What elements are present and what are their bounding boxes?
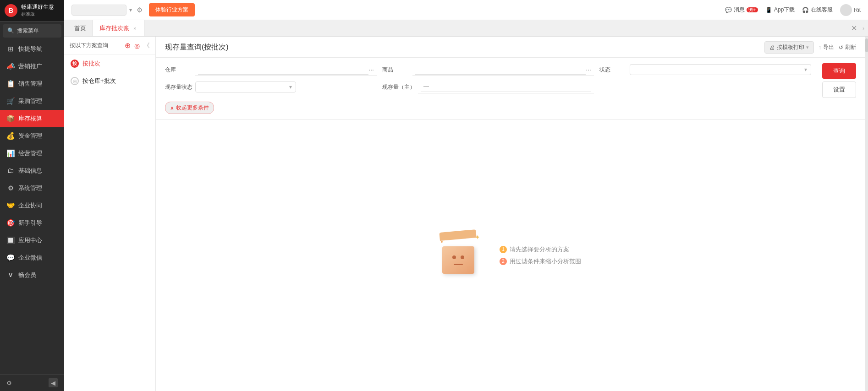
tip-text-2: 用过滤条件来缩小分析范围	[510, 255, 581, 267]
scroll-thumb[interactable]	[865, 38, 868, 52]
nav-label: 库存核算	[18, 114, 42, 123]
sidebar-item-guide[interactable]: 🎯 新手引导	[0, 214, 64, 232]
export-btn[interactable]: ↑ 导出	[819, 43, 834, 51]
sidebar-item-system[interactable]: ⚙ 系统管理	[0, 179, 64, 197]
app-download-icon: 📱	[765, 7, 772, 13]
tab-bar-arrow[interactable]: ›	[863, 25, 864, 32]
tip-num-1: 1	[500, 246, 507, 253]
scheme-item-by-warehouse-batch[interactable]: ◎ 按仓库+批次	[64, 72, 155, 90]
content-area: 按以下方案查询 ⊕ ◎ 《 按 按批次 ◎ 按仓库+批次 现存量查询(	[64, 37, 868, 391]
scheme-item-by-batch[interactable]: 按 按批次	[64, 55, 155, 72]
app-download-label: App下载	[774, 6, 795, 14]
right-scrollbar[interactable]	[865, 37, 868, 391]
sidebar-item-vip[interactable]: V 畅会员	[0, 266, 64, 284]
collapse-more-btn[interactable]: ∧ 收起更多条件	[165, 102, 214, 114]
app-name: 畅康通好生意	[21, 4, 54, 11]
export-label: 导出	[823, 43, 834, 51]
nav-icon: 🎯	[6, 219, 15, 227]
nav-icon: 🛒	[6, 97, 15, 105]
nav-label: 系统管理	[18, 184, 42, 192]
sidebar-item-sales[interactable]: 📋 销售管理	[0, 75, 64, 92]
sidebar-footer: ⚙ ◀	[0, 374, 64, 391]
product-input-wrap: ···	[412, 63, 594, 76]
print-btn[interactable]: 🖨 按模板打印 ▾	[764, 41, 814, 54]
tabbar: 首页 库存批次账 × ✕ ›	[64, 20, 868, 37]
sidebar-item-basic[interactable]: 🗂 基础信息	[0, 162, 64, 179]
chevron-down-icon[interactable]: ▾	[129, 7, 132, 13]
gear-icon[interactable]: ⚙	[137, 6, 143, 14]
sidebar-item-enterprise[interactable]: 🤝 企业协同	[0, 197, 64, 214]
nav-icon: 📣	[6, 62, 15, 71]
empty-icon: ✦ ✦	[440, 233, 486, 278]
tab-inventory-batch[interactable]: 库存批次账 ×	[93, 20, 144, 36]
collapse-panel-btn[interactable]: 《	[143, 42, 150, 50]
sidebar-item-operations[interactable]: 📊 经营管理	[0, 145, 64, 162]
nav-label: 采购管理	[18, 97, 42, 105]
refresh-btn[interactable]: ↺ 刷新	[839, 43, 856, 51]
status-chevron: ▾	[804, 66, 807, 73]
scheme-label: 按批次	[82, 60, 100, 68]
sidebar-header: B 畅康通好生意 标准版	[0, 0, 64, 22]
sidebar-item-inventory[interactable]: 📦 库存核算	[0, 110, 64, 127]
inventory-status-select[interactable]: ▾	[195, 81, 296, 92]
avatar	[840, 4, 852, 16]
tab-close-btn[interactable]: ×	[132, 25, 137, 32]
sidebar-search[interactable]: 🔍 搜索菜单	[3, 24, 61, 38]
tab-home-label: 首页	[74, 24, 86, 33]
nav-label: 新手引导	[18, 219, 42, 227]
refresh-label: 刷新	[845, 43, 856, 51]
nav-label: 企业协同	[18, 201, 42, 210]
print-chevron[interactable]: ▾	[806, 44, 809, 50]
nav-label: 应用中心	[18, 236, 42, 244]
warehouse-input[interactable]	[198, 64, 368, 75]
page-header: 现存量查询(按批次) 🖨 按模板打印 ▾ ↑ 导出 ↺	[156, 37, 865, 58]
messages-icon: 💬	[725, 7, 732, 13]
page-header-actions: 🖨 按模板打印 ▾ ↑ 导出 ↺ 刷新	[764, 41, 856, 54]
collapse-bar: ∧ 收起更多条件	[165, 102, 856, 114]
sidebar-item-finance[interactable]: 💰 资金管理	[0, 127, 64, 145]
left-panel-actions: ⊕ ◎ 《	[125, 41, 150, 50]
sidebar-item-quick-nav[interactable]: ⊞ 快捷导航	[0, 40, 64, 58]
nav-icon: 📦	[6, 114, 15, 123]
empty-state: ✦ ✦ 1 请先选择要分析的方案 2 用过滤条件来缩小分析范围	[156, 120, 865, 391]
inventory-amount-label: 现存量（主）	[382, 83, 415, 91]
scheme-settings-btn[interactable]: ◎	[134, 42, 140, 49]
filter-inventory-status: 现存量状态 ▾	[165, 81, 377, 92]
app-download-btn[interactable]: 📱 App下载	[765, 6, 795, 14]
search-label: 搜索菜单	[17, 27, 39, 35]
product-more-icon[interactable]: ···	[586, 66, 591, 73]
inventory-amount-input[interactable]	[421, 81, 591, 92]
product-label: 商品	[382, 66, 410, 74]
query-btn[interactable]: 查询	[822, 63, 856, 79]
add-scheme-btn[interactable]: ⊕	[125, 41, 131, 50]
tip-text-1: 请先选择要分析的方案	[510, 244, 569, 255]
user-profile[interactable]: Rit	[840, 4, 861, 16]
tab-label: 库存批次账	[99, 24, 129, 33]
status-select[interactable]: ▾	[630, 64, 811, 75]
messages-label: 消息	[734, 6, 745, 14]
settings-icon[interactable]: ⚙	[6, 380, 12, 386]
filter-product: 商品 ···	[382, 63, 594, 76]
nav-icon: 🔲	[6, 236, 15, 244]
sidebar-item-appstore[interactable]: 🔲 应用中心	[0, 232, 64, 249]
filter-actions: 查询 设置	[822, 63, 856, 98]
online-service-btn[interactable]: 🎧 在线客服	[802, 6, 833, 14]
nav-icon: 📊	[6, 149, 15, 157]
filter-area: 仓库 ··· 商品 ···	[156, 58, 865, 120]
messages-btn[interactable]: 💬 消息 99+	[725, 6, 758, 14]
sidebar-item-marketing[interactable]: 📣 营销推广	[0, 58, 64, 75]
tab-bar-close-btn[interactable]: ✕	[847, 24, 861, 33]
refresh-icon: ↺	[839, 44, 843, 51]
online-service-icon: 🎧	[802, 7, 809, 13]
settings-btn[interactable]: 设置	[822, 81, 856, 98]
sidebar-collapse-btn[interactable]: ◀	[49, 378, 58, 387]
sidebar-item-purchase[interactable]: 🛒 采购管理	[0, 92, 64, 110]
warehouse-more-icon[interactable]: ···	[368, 66, 374, 73]
exp-btn[interactable]: 体验行业方案	[149, 3, 195, 16]
sidebar-item-wxwork[interactable]: 💬 企业微信	[0, 249, 64, 266]
tab-home[interactable]: 首页	[68, 20, 93, 36]
product-input[interactable]	[415, 64, 586, 75]
search-icon: 🔍	[7, 27, 14, 34]
sidebar-nav: ⊞ 快捷导航 📣 营销推广 📋 销售管理 🛒 采购管理 📦 库存核算 💰 资金管…	[0, 40, 64, 374]
topbar-search[interactable]	[71, 5, 126, 16]
